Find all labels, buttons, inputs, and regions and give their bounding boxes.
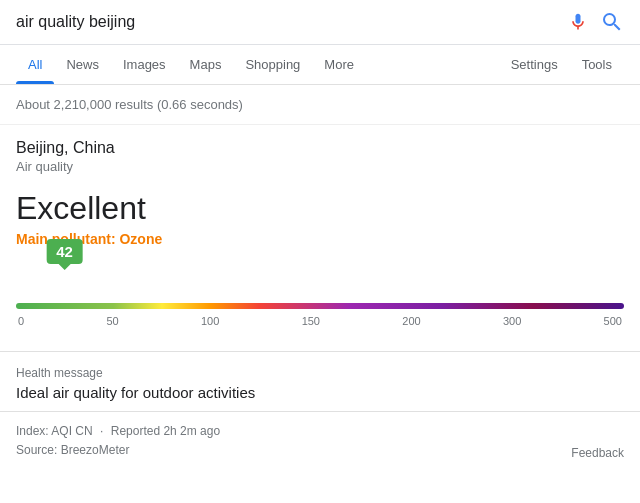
tab-news[interactable]: News: [54, 45, 111, 84]
footer-source: Source: BreezoMeter: [16, 443, 129, 457]
location-name: Beijing, China: [16, 139, 624, 157]
aq-pollutant: Main pollutant: Ozone: [16, 231, 624, 247]
tab-maps[interactable]: Maps: [178, 45, 234, 84]
results-summary: About 2,210,000 results (0.66 seconds): [0, 85, 640, 125]
gauge-label-300: 300: [503, 315, 521, 327]
gauge-label-150: 150: [302, 315, 320, 327]
tab-more[interactable]: More: [312, 45, 366, 84]
search-input-wrapper: [16, 13, 556, 31]
gauge-label-0: 0: [18, 315, 24, 327]
health-section: Health message Ideal air quality for out…: [0, 352, 640, 412]
mic-icon[interactable]: [568, 12, 588, 32]
footer-reported: Reported 2h 2m ago: [111, 424, 220, 438]
card-footer: Index: AQI CN · Reported 2h 2m ago Sourc…: [0, 412, 640, 470]
health-label: Health message: [16, 366, 624, 380]
tab-all[interactable]: All: [16, 45, 54, 84]
gauge-labels: 0 50 100 150 200 300 500: [16, 315, 624, 327]
aqi-indicator: 42: [46, 239, 83, 264]
search-icons: [568, 10, 624, 34]
location-type: Air quality: [16, 159, 624, 174]
search-input[interactable]: [16, 13, 556, 31]
aq-rating: Excellent: [16, 190, 624, 227]
pollutant-value: Ozone: [119, 231, 162, 247]
health-message: Ideal air quality for outdoor activities: [16, 384, 624, 401]
footer-info: Index: AQI CN · Reported 2h 2m ago Sourc…: [16, 422, 220, 460]
tab-settings[interactable]: Settings: [499, 45, 570, 84]
search-icon[interactable]: [600, 10, 624, 34]
nav-right: Settings Tools: [499, 45, 624, 84]
feedback-button[interactable]: Feedback: [571, 446, 624, 460]
location-header: Beijing, China Air quality: [0, 125, 640, 178]
air-quality-card: Excellent Main pollutant: Ozone 42 0 50 …: [0, 190, 640, 352]
gauge-label-50: 50: [106, 315, 118, 327]
gauge-label-200: 200: [402, 315, 420, 327]
gauge-label-100: 100: [201, 315, 219, 327]
tab-tools[interactable]: Tools: [570, 45, 624, 84]
gauge-label-500: 500: [604, 315, 622, 327]
tab-shopping[interactable]: Shopping: [233, 45, 312, 84]
aqi-gauge-bar: [16, 303, 624, 309]
footer-sep-1: ·: [100, 424, 103, 438]
search-bar: [0, 0, 640, 45]
footer-index: Index: AQI CN: [16, 424, 93, 438]
nav-tabs: All News Images Maps Shopping More Setti…: [0, 45, 640, 85]
aqi-gauge-container: 42 0 50 100 150 200 300 500: [16, 267, 624, 327]
tab-images[interactable]: Images: [111, 45, 178, 84]
